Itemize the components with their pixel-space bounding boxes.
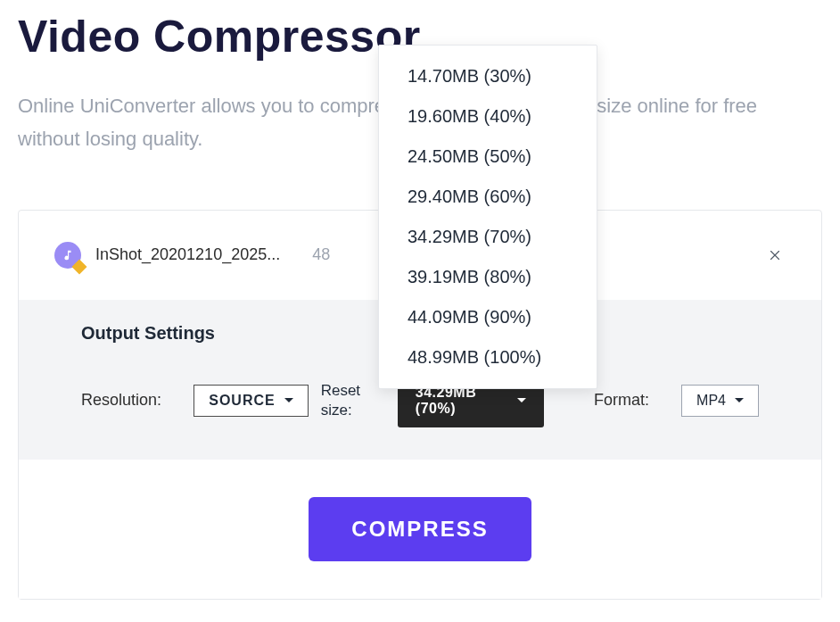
format-label: Format: (594, 391, 649, 410)
size-option[interactable]: 14.70MB (30%) (379, 56, 597, 96)
reset-size-label: Reset size: (321, 381, 366, 420)
remove-file-button[interactable] (764, 245, 786, 266)
compress-wrap: COMPRESS (19, 460, 821, 599)
size-option[interactable]: 19.60MB (40%) (379, 96, 597, 137)
format-value: MP4 (696, 393, 726, 409)
resolution-label: Resolution: (81, 391, 161, 410)
caret-down-icon (517, 398, 526, 402)
resolution-select[interactable]: SOURCE (194, 385, 308, 417)
size-option[interactable]: 34.29MB (70%) (379, 217, 597, 257)
caret-down-icon (284, 398, 293, 402)
file-meta: 48 (312, 245, 330, 264)
caret-down-icon (735, 398, 744, 402)
size-option[interactable]: 48.99MB (100%) (379, 337, 597, 377)
file-icon-badge (72, 259, 87, 274)
compress-button[interactable]: COMPRESS (309, 497, 531, 561)
size-option[interactable]: 39.19MB (80%) (379, 257, 597, 297)
resolution-value: SOURCE (209, 393, 275, 409)
size-option[interactable]: 29.40MB (60%) (379, 177, 597, 217)
file-name: InShot_20201210_2025... (95, 245, 280, 264)
size-option[interactable]: 44.09MB (90%) (379, 297, 597, 337)
size-option[interactable]: 24.50MB (50%) (379, 137, 597, 177)
music-note-icon (54, 242, 81, 269)
format-select[interactable]: MP4 (681, 385, 759, 417)
size-dropdown: 14.70MB (30%) 19.60MB (40%) 24.50MB (50%… (378, 45, 597, 389)
reset-size-value: 34.29MB (70%) (416, 385, 508, 417)
